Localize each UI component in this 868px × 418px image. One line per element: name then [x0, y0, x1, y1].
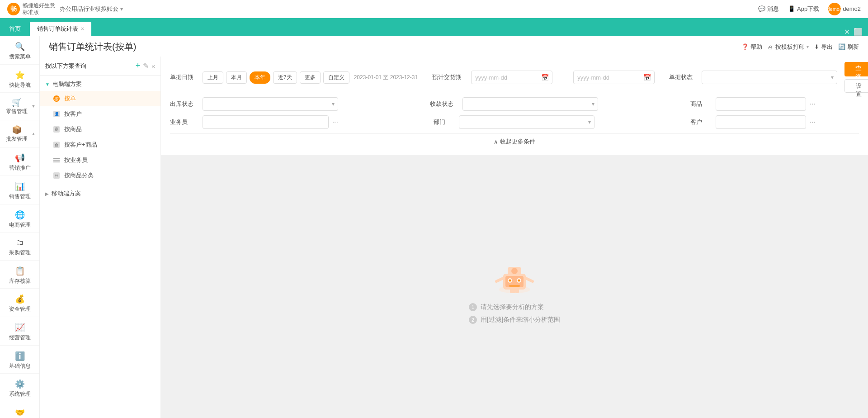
by-salesperson-icon [52, 156, 61, 164]
sidebar-item-operations[interactable]: 📈 经营管理 [0, 317, 39, 346]
add-scheme-button[interactable]: + [136, 61, 141, 71]
salesperson-input[interactable] [203, 115, 329, 129]
scheme-group-mobile: ▶ 移动端方案 [40, 185, 160, 202]
system-icon: ⚙️ [15, 379, 25, 389]
ecommerce-icon: 🌐 [15, 210, 25, 220]
help-icon: ❓ [741, 43, 749, 50]
more-btn[interactable]: 更多 [300, 71, 321, 84]
sales-icon: 📊 [15, 181, 25, 191]
logo-icon: 畅 [7, 3, 20, 15]
sidebar-item-cooperation[interactable]: 🤝 企业协同 [0, 402, 39, 418]
breadcrumb[interactable]: 办公用品行业模拟账套 ▾ [60, 5, 123, 13]
sidebar-item-retail[interactable]: 🛒 零售管理 ▼ [0, 93, 39, 120]
help-button[interactable]: ❓ 帮助 [741, 43, 762, 51]
product-dots[interactable]: ··· [810, 100, 816, 108]
svg-text:合: 合 [55, 143, 58, 147]
cur-year-btn[interactable]: 本年 [250, 71, 270, 84]
outbound-select-wrap: ▾ [203, 97, 338, 111]
filter-row-1: 单据日期 上月 本月 本年 近7天 更多 自定义 2023-01-01 至 20… [170, 62, 859, 93]
customer-input[interactable] [716, 115, 806, 129]
by-product-icon: 商 [52, 125, 61, 133]
sidebar-item-finance[interactable]: 💰 资金管理 [0, 289, 39, 317]
message-button[interactable]: 💬 消息 [758, 5, 779, 13]
outbound-label: 出库状态 [170, 100, 195, 108]
svg-line-27 [526, 278, 533, 281]
set-button[interactable]: 设置 [844, 79, 868, 93]
svg-text:分: 分 [55, 174, 58, 178]
scheme-item-by-order[interactable]: 按 按单 [40, 91, 160, 106]
sidebar-item-search-menu[interactable]: 🔍 搜索菜单 [0, 36, 39, 65]
user-profile[interactable]: demo2 demo2 [828, 3, 861, 15]
scheme-item-by-cust-prod[interactable]: 合 按客户+商品 [40, 137, 160, 152]
refresh-icon: 🔄 [838, 43, 845, 50]
tab-close-icon[interactable]: × [81, 26, 84, 32]
sidebar-item-inventory[interactable]: 📋 库存核算 [0, 261, 39, 289]
empty-text-list: 1 请先选择要分析的方案 2 用[过滤]条件来缩小分析范围 [469, 303, 560, 324]
page-header-actions: ❓ 帮助 🖨 按模板打印 ▾ ⬇ 导出 🔄 刷新 [741, 43, 859, 51]
sidebar-item-marketing[interactable]: 📢 营销推广 [0, 147, 39, 176]
sidebar-item-quick-nav[interactable]: ⭐ 快捷导航 [0, 65, 39, 93]
export-button[interactable]: ⬇ 导出 [814, 43, 833, 51]
expected-date-to-input[interactable] [573, 71, 655, 84]
sidebar-item-basic-info[interactable]: ℹ️ 基础信息 [0, 346, 39, 374]
edit-scheme-button[interactable]: ✎ [143, 62, 149, 70]
quick-nav-icon: ⭐ [15, 70, 25, 80]
wholesale-icon: 📦 [12, 125, 22, 135]
search-menu-icon: 🔍 [15, 42, 25, 52]
sidebar-item-system[interactable]: ⚙️ 系统管理 [0, 374, 39, 402]
sidebar-item-purchase[interactable]: 🗂 采购管理 [0, 233, 39, 261]
scheme-item-by-product[interactable]: 商 按商品 [40, 122, 160, 137]
customer-dots[interactable]: ··· [810, 118, 816, 126]
scheme-group-pc-title[interactable]: ▼ 电脑端方案 [40, 77, 160, 91]
top-bar-left: 畅 畅捷通好生意 标准版 办公用品行业模拟账套 ▾ [7, 2, 123, 15]
prev-month-btn[interactable]: 上月 [203, 71, 223, 84]
collapse-scheme-panel-button[interactable]: « [151, 62, 155, 70]
expected-date-from-input[interactable] [471, 71, 552, 84]
date-range-text: 2023-01-01 至 2023-12-31 [354, 74, 418, 81]
department-label: 部门 [434, 118, 452, 126]
print-dropdown-icon[interactable]: ▾ [807, 44, 809, 49]
tab-sales-stat[interactable]: 销售订单统计表 × [30, 22, 91, 36]
7days-btn[interactable]: 近7天 [273, 71, 297, 84]
print-button[interactable]: 🖨 按模板打印 ▾ [768, 43, 809, 51]
svg-text:商: 商 [55, 127, 59, 132]
breadcrumb-dropdown-icon[interactable]: ▾ [120, 6, 123, 12]
cal-from-icon: 📅 [541, 74, 549, 81]
collapse-filter-button[interactable]: ∧ 收起更多条件 [170, 133, 859, 149]
scheme-item-by-salesperson[interactable]: 按业务员 [40, 152, 160, 168]
scheme-group-pc: ▼ 电脑端方案 按 按单 👤 按客户 [40, 76, 160, 185]
tab-close-btn[interactable]: ✕ [844, 28, 850, 36]
svg-point-19 [518, 280, 520, 282]
inventory-icon: 📋 [15, 266, 25, 276]
scheme-group-expand-icon: ▼ [45, 82, 50, 87]
status-select-wrap: ▾ [702, 71, 837, 84]
app-download-button[interactable]: 📱 App下载 [788, 5, 819, 13]
sidebar-item-wholesale[interactable]: 📦 批发管理 ▲ [0, 120, 39, 148]
department-select[interactable] [459, 115, 594, 129]
svg-text:👤: 👤 [54, 111, 60, 117]
refresh-button[interactable]: 🔄 刷新 [838, 43, 859, 51]
tab-maximize-btn[interactable]: ⬜ [854, 28, 863, 36]
payment-select[interactable] [462, 97, 598, 111]
scheme-item-by-product-cat[interactable]: 分 按商品分类 [40, 168, 160, 183]
sidebar-item-ecommerce[interactable]: 🌐 电商管理 [0, 204, 39, 233]
outbound-select[interactable] [203, 97, 338, 111]
product-input[interactable] [716, 97, 806, 111]
scheme-panel-header: 按以下方案查询 + ✎ « [40, 57, 160, 76]
customer-label: 客户 [690, 118, 708, 126]
tab-home[interactable]: 首页 [2, 22, 28, 36]
expected-date-label: 预计交货期 [432, 73, 464, 81]
salesperson-dots[interactable]: ··· [332, 118, 338, 126]
page-header: 销售订单统计表(按单) ❓ 帮助 🖨 按模板打印 ▾ ⬇ 导出 🔄 刷新 [40, 36, 868, 57]
scheme-group-mobile-title[interactable]: ▶ 移动端方案 [40, 187, 160, 200]
cur-month-btn[interactable]: 本月 [226, 71, 247, 84]
by-product-cat-icon: 分 [52, 171, 61, 180]
date-dash: — [560, 74, 566, 81]
status-select[interactable] [702, 71, 837, 84]
sidebar-item-sales[interactable]: 📊 销售管理 [0, 176, 39, 204]
department-select-wrap: ▾ [459, 115, 594, 129]
scheme-item-by-customer[interactable]: 👤 按客户 [40, 106, 160, 122]
payment-select-wrap: ▾ [462, 97, 598, 111]
query-button[interactable]: 查询 [844, 62, 868, 76]
custom-btn[interactable]: 自定义 [323, 71, 349, 84]
